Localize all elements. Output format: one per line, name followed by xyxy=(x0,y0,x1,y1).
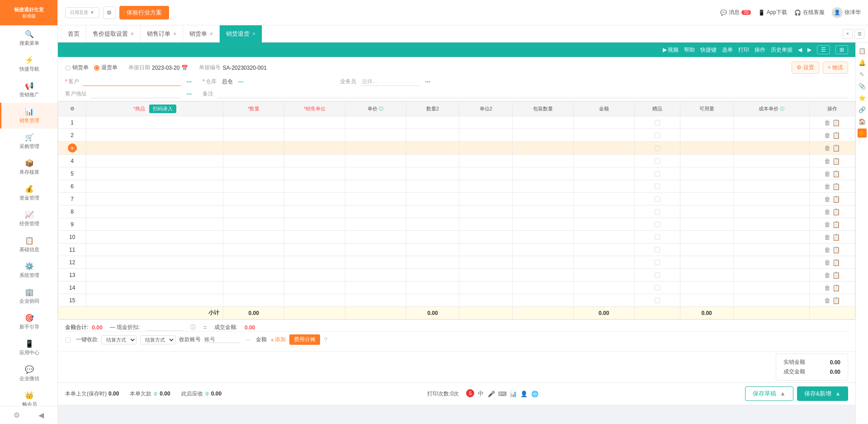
tab-close-all[interactable]: × xyxy=(843,29,853,39)
discount-input[interactable] xyxy=(147,324,183,331)
sidebar-item-wechat[interactable]: 💬 企业微信 xyxy=(0,361,57,386)
row-3-unit[interactable] xyxy=(284,142,345,155)
sidebar-item-search[interactable]: 🔍 搜索菜单 xyxy=(0,25,57,51)
copy-row-9[interactable]: 📋 xyxy=(832,221,840,228)
history-action[interactable]: 历史单据 xyxy=(771,46,793,54)
gift-checkbox-14[interactable] xyxy=(655,285,660,291)
delete-row-1[interactable]: 🗑 xyxy=(824,119,830,126)
copy-row-14[interactable]: 📋 xyxy=(832,284,840,291)
industry-dropdown[interactable]: 日用百货 ▼ xyxy=(65,7,99,18)
grid-view-btn[interactable]: ⊞ xyxy=(835,45,848,54)
right-icon-7[interactable]: 🏠 xyxy=(858,117,867,126)
row-2-amount[interactable] xyxy=(573,129,634,142)
row-3-amount[interactable] xyxy=(573,142,634,155)
right-icon-5[interactable]: ⭐ xyxy=(858,93,867,102)
stat-receivable-circle[interactable]: ② xyxy=(205,391,209,397)
sidebar-item-operations[interactable]: 📈 经营管理 xyxy=(0,206,57,232)
gift-checkbox-5[interactable] xyxy=(655,171,660,176)
online-service-action[interactable]: 🎧 在线客服 xyxy=(794,9,825,16)
row-2-pack-qty[interactable] xyxy=(513,129,574,142)
tab-sale-price[interactable]: 售价提取设置 × xyxy=(86,25,141,43)
delete-row-15[interactable]: 🗑 xyxy=(824,297,830,304)
sidebar-item-shortcuts[interactable]: ⚡ 快捷导航 xyxy=(0,51,57,77)
tab-sale-return[interactable]: 销货退货 × xyxy=(220,25,262,43)
copy-row-2[interactable]: 📋 xyxy=(832,132,840,139)
copy-row-6[interactable]: 📋 xyxy=(832,183,840,190)
message-action[interactable]: 💬 消息 70 xyxy=(720,9,751,16)
delete-row-10[interactable]: 🗑 xyxy=(824,233,830,241)
tab-menu[interactable]: ☰ xyxy=(854,29,864,39)
add-payment-btn[interactable]: + 添加 xyxy=(270,336,286,343)
row-1-unit[interactable] xyxy=(284,116,345,129)
row-1-gift[interactable] xyxy=(634,116,680,129)
copy-row-10[interactable]: 📋 xyxy=(832,233,840,241)
delete-row-3[interactable]: 🗑 xyxy=(824,144,830,152)
expense-btn[interactable]: 费用分摊 xyxy=(289,334,320,345)
row-2-unit[interactable] xyxy=(284,129,345,142)
sidebar-item-enterprise[interactable]: 🏢 企业协同 xyxy=(0,283,57,309)
radio-return[interactable]: 退货单 xyxy=(94,64,118,71)
row-3-price[interactable] xyxy=(345,142,406,155)
tool-5[interactable]: 📊 xyxy=(509,389,518,398)
nav-next[interactable]: ▶ xyxy=(807,47,811,53)
delete-row-4[interactable]: 🗑 xyxy=(824,157,830,165)
account-input[interactable] xyxy=(204,336,241,343)
delete-row-11[interactable]: 🗑 xyxy=(824,246,830,253)
staff-input[interactable] xyxy=(360,77,420,86)
row-1-qty2[interactable] xyxy=(406,116,459,129)
help-action[interactable]: 帮助 xyxy=(684,46,695,54)
print-action[interactable]: 打印 xyxy=(738,46,749,54)
right-icon-4[interactable]: 📎 xyxy=(858,81,867,91)
row-3-qty[interactable] xyxy=(223,142,284,155)
row-1-product[interactable] xyxy=(86,116,223,129)
gift-checkbox-15[interactable] xyxy=(655,298,660,303)
tab-sale-order[interactable]: 销售订单 × xyxy=(141,25,183,43)
row-2-available[interactable] xyxy=(680,129,733,142)
row-1-available[interactable] xyxy=(680,116,733,129)
tool-6[interactable]: 👤 xyxy=(519,389,528,398)
right-icon-2[interactable]: 🔔 xyxy=(858,58,867,67)
shortcut-action[interactable]: 快捷键 xyxy=(700,46,717,54)
tool-1[interactable]: S xyxy=(466,389,474,397)
delete-row-5[interactable]: 🗑 xyxy=(824,170,830,177)
row-3-cost[interactable] xyxy=(733,142,809,155)
tab-sale-delivery-close[interactable]: × xyxy=(210,31,213,37)
right-icon-1[interactable]: 📋 xyxy=(858,46,867,55)
payment-method-select[interactable]: 结算方式 xyxy=(140,335,175,344)
row-1-qty[interactable] xyxy=(223,116,284,129)
delete-row-13[interactable]: 🗑 xyxy=(824,272,830,279)
tab-sale-delivery[interactable]: 销货单 × xyxy=(183,25,220,43)
copy-row-15[interactable]: 📋 xyxy=(832,297,840,304)
video-action[interactable]: ▶ 视频 xyxy=(663,46,679,54)
copy-row-3[interactable]: 📋 xyxy=(832,144,840,152)
gift-checkbox-4[interactable] xyxy=(655,158,660,164)
right-icon-3[interactable]: ✎ xyxy=(858,70,867,79)
th-settings[interactable]: ⚙ xyxy=(58,102,86,116)
copy-row-12[interactable]: 📋 xyxy=(832,259,840,266)
copy-row-1[interactable]: 📋 xyxy=(832,119,840,126)
calendar-icon[interactable]: 📅 xyxy=(181,65,188,71)
copy-row-8[interactable]: 📋 xyxy=(832,208,840,215)
user-action[interactable]: 👤 徐泽华 xyxy=(832,7,861,18)
delete-row-2[interactable]: 🗑 xyxy=(824,132,830,139)
collapse-icon[interactable]: ◀ xyxy=(38,411,44,419)
save-draft-btn[interactable]: 保存草稿 ▲ xyxy=(745,386,793,401)
sidebar-item-marketing[interactable]: 📢 营销推广 xyxy=(0,77,57,103)
trial-button[interactable]: 体验行业方案 xyxy=(119,6,169,19)
row-1-cost[interactable] xyxy=(733,116,809,129)
tab-sale-order-close[interactable]: × xyxy=(173,31,176,37)
delete-row-8[interactable]: 🗑 xyxy=(824,208,830,215)
sidebar-item-sales[interactable]: 📊 销售管理 xyxy=(0,103,57,129)
list-view-btn[interactable]: ☰ xyxy=(817,45,830,54)
address-ellipsis[interactable]: ··· xyxy=(186,91,192,98)
row-3-product-input[interactable] xyxy=(90,145,219,151)
payment-checkbox[interactable] xyxy=(65,337,71,343)
row-2-unit2[interactable] xyxy=(459,129,513,142)
copy-row-13[interactable]: 📋 xyxy=(832,272,840,279)
gift-checkbox-6[interactable] xyxy=(655,184,660,189)
row-1-price[interactable] xyxy=(345,116,406,129)
sidebar-item-system[interactable]: ⚙️ 系统管理 xyxy=(0,257,57,283)
settings-form-btn[interactable]: ⚙ 设置 xyxy=(792,62,819,74)
row-2-price[interactable] xyxy=(345,129,406,142)
logistics-btn[interactable]: + 物流 xyxy=(823,62,848,74)
